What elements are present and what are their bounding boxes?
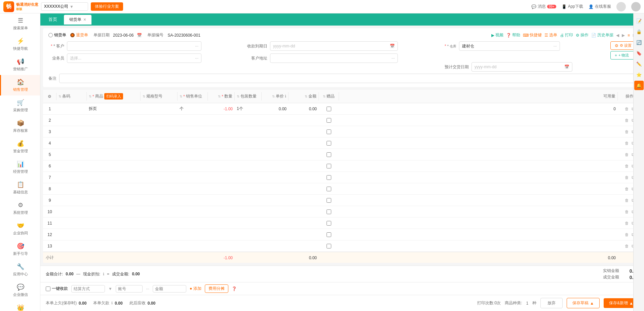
td-qty-1[interactable]: -1.00: [208, 105, 235, 113]
delete-icon-12[interactable]: 🗑: [625, 232, 629, 237]
td-unit-1[interactable]: 个: [178, 105, 208, 113]
gift-checkbox-7[interactable]: [327, 175, 331, 180]
payment-calendar-icon[interactable]: 📅: [390, 44, 395, 48]
delete-icon-9[interactable]: 🗑: [625, 198, 629, 203]
sidebar-item-shortcut[interactable]: ⚡ 快捷导航: [0, 34, 40, 54]
gift-checkbox-3[interactable]: [327, 129, 331, 134]
gift-checkbox-11[interactable]: [327, 221, 331, 226]
sidebar-item-member[interactable]: 👑 畅会员: [0, 301, 40, 311]
history-link[interactable]: 📄 历史单据: [591, 32, 613, 38]
tab-sales-order[interactable]: 销货单 ×: [64, 15, 91, 25]
one-click-pay-checkbox[interactable]: [46, 286, 50, 291]
rp-icon-star[interactable]: ⭐: [634, 70, 644, 79]
delete-icon-11[interactable]: 🗑: [625, 221, 629, 226]
delete-icon-6[interactable]: 🗑: [625, 164, 629, 168]
td-gift-1[interactable]: [319, 105, 339, 113]
td-amount-1[interactable]: 0.00: [289, 105, 319, 113]
td-barcode-1[interactable]: [56, 108, 87, 110]
delete-icon-10[interactable]: 🗑: [625, 209, 629, 214]
gift-checkbox-13[interactable]: [327, 244, 331, 248]
td-goods-2[interactable]: [87, 119, 141, 122]
td-pkg-1[interactable]: 1个: [235, 105, 262, 113]
sales-radio-input[interactable]: [48, 33, 53, 37]
sidebar-item-guide[interactable]: 🎯 新手引导: [0, 239, 40, 260]
td-amount-2[interactable]: [289, 119, 319, 122]
tab-home[interactable]: 首页: [43, 14, 63, 25]
user-avatar-2[interactable]: [631, 2, 641, 11]
operation-link[interactable]: ⚙ 操作: [576, 32, 589, 38]
delete-icon-13[interactable]: 🗑: [625, 244, 629, 248]
td-pkg-2[interactable]: [235, 119, 262, 122]
delete-icon-5[interactable]: 🗑: [625, 152, 629, 157]
expected-calendar-icon[interactable]: 📅: [564, 65, 569, 69]
account-input[interactable]: [116, 285, 143, 293]
sidebar-item-appstore[interactable]: 🔧 应用中心: [0, 260, 40, 280]
shortcut-link[interactable]: ⌨ 快捷键: [523, 32, 542, 38]
delete-icon-7[interactable]: 🗑: [625, 175, 629, 180]
sales-radio-label[interactable]: 销货单: [48, 32, 66, 38]
delete-icon-8[interactable]: 🗑: [625, 187, 629, 191]
logistics-button[interactable]: + + 物流: [610, 51, 636, 60]
abandon-button[interactable]: 放弃: [540, 298, 563, 308]
online-service-button[interactable]: 👤 在线客服: [589, 4, 611, 9]
sidebar-item-marketing[interactable]: 📢 营销推广: [0, 54, 40, 75]
expected-date-input[interactable]: yyyy-mm-dd 📅: [471, 62, 572, 72]
settlement-input[interactable]: [71, 285, 105, 293]
td-qty-2[interactable]: [208, 119, 235, 122]
scan-button[interactable]: 扫码录入: [104, 93, 123, 100]
rp-icon-edit[interactable]: 📝: [634, 16, 644, 26]
sidebar-item-purchase[interactable]: 🛒 采购管理: [0, 95, 40, 116]
delete-icon-2[interactable]: 🗑: [625, 118, 629, 123]
td-spec-1[interactable]: [141, 108, 178, 110]
sidebar-item-enterprise[interactable]: 🤝 企业协同: [0, 219, 40, 239]
expense-split-button[interactable]: 费用分摊: [205, 284, 228, 293]
delete-icon-1[interactable]: 🗑: [625, 107, 629, 111]
salesperson-input[interactable]: 选择... ···: [67, 53, 201, 63]
sidebar-item-finance[interactable]: 💰 资金管理: [0, 137, 40, 157]
rp-icon-bell[interactable]: 🔔: [634, 81, 644, 90]
gift-checkbox-6[interactable]: [327, 164, 331, 168]
settlement-dropdown-icon[interactable]: ▼: [108, 286, 112, 291]
one-click-pay-label[interactable]: 一键收款: [46, 286, 68, 291]
nav-next-icon[interactable]: ▶: [622, 33, 625, 38]
tab-close-icon[interactable]: ×: [83, 17, 86, 22]
amount-input[interactable]: [153, 285, 186, 293]
app-download-button[interactable]: 📱 App下载: [562, 4, 583, 9]
video-link[interactable]: ▶ 视频: [491, 32, 503, 38]
td-unit-2[interactable]: [178, 119, 208, 122]
help-link[interactable]: ❓ 帮助: [506, 32, 520, 38]
td-spec-2[interactable]: [141, 119, 178, 122]
sidebar-item-wechat[interactable]: 💬 企业微信: [0, 280, 40, 301]
calendar-icon[interactable]: 📅: [137, 33, 142, 38]
add-payment-button[interactable]: ● 添加: [190, 286, 201, 291]
view-list-icon[interactable]: ≡: [628, 33, 630, 38]
gift-checkbox-2[interactable]: [327, 118, 331, 123]
gift-checkbox-10[interactable]: [327, 209, 331, 214]
print-link[interactable]: 🖨 打印: [560, 32, 573, 38]
return-radio-input[interactable]: [70, 33, 75, 37]
td-goods-1[interactable]: 拆页: [87, 105, 141, 113]
gift-checkbox-8[interactable]: [327, 187, 331, 191]
nav-prev-icon[interactable]: ◀: [616, 33, 619, 38]
gift-checkbox-12[interactable]: [327, 232, 331, 237]
td-price-2[interactable]: [262, 119, 289, 122]
rp-icon-bookmark[interactable]: 🔖: [634, 48, 644, 58]
sidebar-item-inventory[interactable]: 📦 库存核算: [0, 116, 40, 137]
td-barcode-2[interactable]: [56, 119, 87, 122]
message-button[interactable]: 💬 消息 99+: [531, 4, 556, 9]
select-order-link[interactable]: ☰ 选单: [544, 32, 557, 38]
sidebar-item-search[interactable]: ☰ 搜索菜单: [0, 13, 40, 34]
td-price-1[interactable]: 0.00: [262, 105, 289, 113]
rp-icon-pencil[interactable]: ✏️: [634, 59, 644, 69]
gift-checkbox-5[interactable]: [327, 152, 331, 157]
rp-icon-refresh[interactable]: 🔄: [634, 38, 644, 47]
payment-due-input[interactable]: yyyy-mm-dd 📅: [270, 41, 398, 51]
customer-input[interactable]: ···: [67, 41, 201, 51]
gift-checkbox-4[interactable]: [327, 141, 331, 146]
sidebar-item-sales[interactable]: 🏠 销售管理: [0, 75, 40, 95]
delete-icon-3[interactable]: 🗑: [625, 129, 629, 134]
settings-gear-icon[interactable]: ⚙: [48, 94, 51, 99]
note-input[interactable]: [59, 74, 636, 83]
rp-icon-lock[interactable]: 🔒: [634, 27, 644, 36]
td-gift-2[interactable]: [319, 117, 339, 124]
